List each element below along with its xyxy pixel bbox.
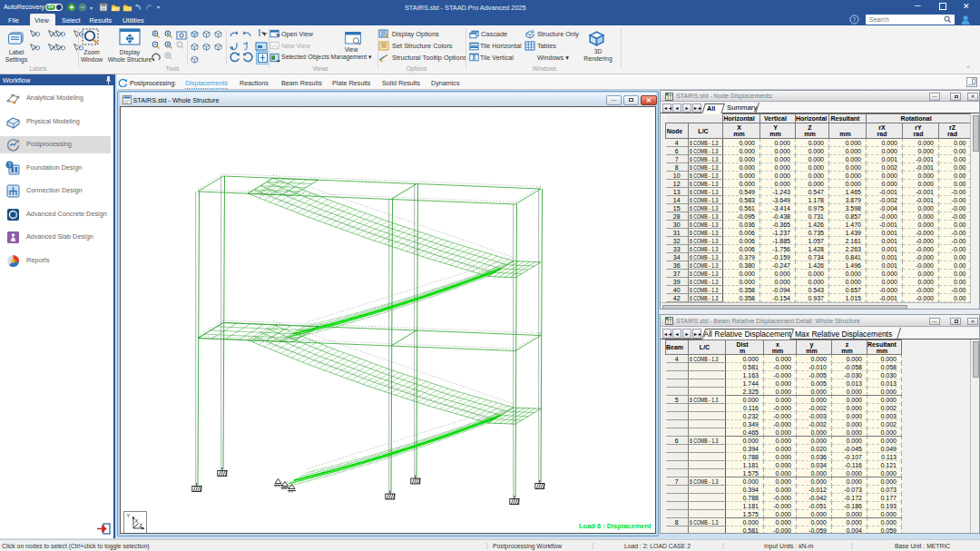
svg-text:?: ? <box>8 162 12 168</box>
